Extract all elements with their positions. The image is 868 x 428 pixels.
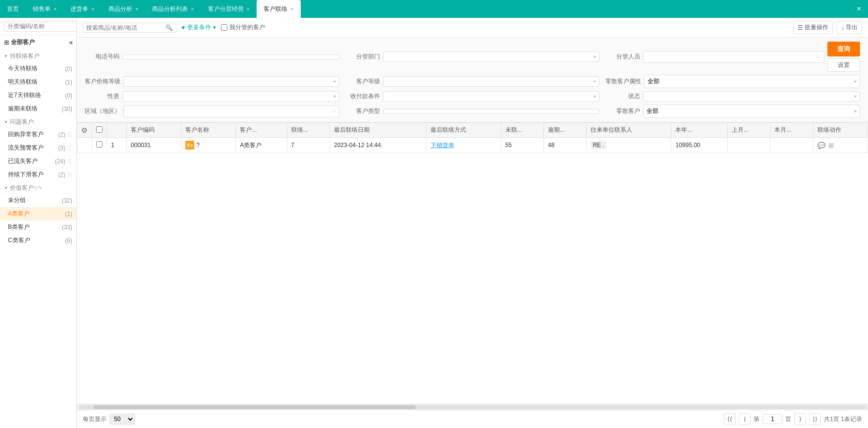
batch-op-btn[interactable]: ☰ 批量操作 xyxy=(793,21,833,34)
sidebar-item-class-b[interactable]: B类客户 (33) xyxy=(0,220,76,234)
th-last-method[interactable]: 最后联络方式 xyxy=(426,123,501,138)
payment-select[interactable]: ▾ xyxy=(383,91,600,102)
tab-customer-contact[interactable]: 客户联络 × xyxy=(257,0,300,18)
value-customers-title[interactable]: ▼ 价值客户 ↻ ✎ xyxy=(0,181,76,194)
sidebar-item-churned[interactable]: 已流失客户 (24) ⓘ xyxy=(0,155,76,168)
th-name[interactable]: 客户名称 xyxy=(181,123,236,138)
cell-checkbox[interactable] xyxy=(92,138,107,153)
th-no-contact[interactable]: 未联... xyxy=(501,123,543,138)
sidebar-item-overdue[interactable]: 逾期未联络 (30) xyxy=(0,102,76,115)
tab-sales[interactable]: 销售单 × xyxy=(26,0,63,18)
th-this-month[interactable]: 本月... xyxy=(770,123,813,138)
sidebar-all-customers: ⊞ 全部客户 ◀ xyxy=(0,35,76,50)
region-input[interactable]: ··· xyxy=(123,106,339,117)
close-customer-segment-icon[interactable]: × xyxy=(247,6,250,12)
sidebar-item-class-a[interactable]: A类客户 (1) xyxy=(0,207,76,220)
query-button[interactable]: 查询 xyxy=(827,42,860,56)
sidebar-search-input[interactable] xyxy=(4,21,77,32)
customer-type-input[interactable] xyxy=(383,109,600,114)
last-method-link[interactable]: 下销货单 xyxy=(431,142,454,149)
edit-icon[interactable]: ✎ xyxy=(38,185,43,191)
sidebar-item-tomorrow[interactable]: 明天待联络 (1) xyxy=(0,75,76,89)
cell-name[interactable]: Ea ? xyxy=(181,138,236,153)
window-close-button[interactable]: × xyxy=(850,0,868,18)
cell-code[interactable]: 000031 xyxy=(127,138,181,153)
sidebar-item-class-c[interactable]: C类客户 (6) xyxy=(0,234,76,247)
payment-label: 收付款条件 xyxy=(345,92,380,101)
triangle-icon: ▼ xyxy=(4,54,8,58)
refresh-icon[interactable]: ↻ xyxy=(34,185,38,191)
setting-button[interactable]: 设置 xyxy=(827,58,860,72)
th-settings[interactable]: ⚙ xyxy=(77,123,92,138)
scroll-thumb[interactable] xyxy=(94,405,416,409)
main-search-icon[interactable]: 🔍 xyxy=(165,24,173,31)
close-customer-contact-icon[interactable]: × xyxy=(290,6,293,12)
th-checkbox[interactable] xyxy=(92,123,107,138)
th-overdue[interactable]: 逾期... xyxy=(544,123,587,138)
sidebar-search-container: 🔍 xyxy=(0,18,76,35)
close-sales-icon[interactable]: × xyxy=(54,6,56,12)
tab-goods-analysis-list[interactable]: 商品分析列表 × xyxy=(145,0,201,18)
collapse-icon[interactable]: ◀ xyxy=(68,40,72,45)
filter-row-3c: 状态 ▾ xyxy=(605,91,860,102)
chat-icon[interactable]: 💬 xyxy=(817,142,825,149)
close-goods-analysis-list-icon[interactable]: × xyxy=(191,6,194,12)
all-customers-header[interactable]: ⊞ 全部客户 ◀ xyxy=(0,35,76,50)
nature-select[interactable]: ▾ xyxy=(122,91,339,102)
th-this-year[interactable]: 本年... xyxy=(671,123,728,138)
last-page-btn[interactable]: ⟩⟩ xyxy=(809,413,821,425)
qr-icon[interactable]: ⊞ xyxy=(828,142,834,149)
filter-row-3a: 性质 ▾ xyxy=(85,91,339,102)
problem-customers-title[interactable]: ▼ 问题客户 xyxy=(0,115,76,128)
pagination: 每页显示 50 100 200 ⟨⟨ ⟨ 第 页 ⟩ ⟩⟩ 共1页 1条记录 xyxy=(77,410,868,428)
next-page-btn[interactable]: ⟩ xyxy=(794,413,806,425)
th-last-date[interactable]: 最后联络日期 xyxy=(329,123,426,138)
sidebar-item-today[interactable]: 今天待联络 (0) xyxy=(0,62,76,75)
search-container: 🔍 xyxy=(83,23,176,33)
close-goods-analysis-icon[interactable]: × xyxy=(135,6,138,12)
prev-page-btn[interactable]: ⟨ xyxy=(739,413,751,425)
person-input[interactable]: ··· xyxy=(643,51,824,63)
pending-contact-title[interactable]: ▼ 待联络客户 xyxy=(0,50,76,62)
close-purchase-icon[interactable]: × xyxy=(91,6,94,12)
th-code[interactable]: 客户编码 xyxy=(127,123,181,138)
sidebar-item-churn-warning[interactable]: 流失预警客户 (3) ⓘ xyxy=(0,141,76,155)
tab-goods-analysis[interactable]: 商品分析 × xyxy=(102,0,145,18)
main-search-input[interactable] xyxy=(86,24,165,31)
cell-last-method[interactable]: 下销货单 xyxy=(426,138,501,153)
gear-icon[interactable]: ⚙ xyxy=(81,126,88,134)
mine-filter[interactable]: 我分管的客户 xyxy=(221,23,265,32)
th-type[interactable]: 客户... xyxy=(236,123,287,138)
retail-customer-select[interactable]: 全部▾ xyxy=(643,105,860,118)
th-last-month[interactable]: 上月... xyxy=(728,123,770,138)
sidebar-item-declining[interactable]: 持续下滑客户 (2) ⓘ xyxy=(0,168,76,181)
sidebar-item-repurchase[interactable]: 回购异常客户 (2) ⓘ xyxy=(0,128,76,141)
mine-checkbox[interactable] xyxy=(221,24,227,31)
problem-customers-label: 问题客户 xyxy=(10,118,34,126)
phone-input[interactable] xyxy=(122,54,339,59)
status-select[interactable]: ▾ xyxy=(643,91,860,102)
horizontal-scrollbar[interactable] xyxy=(77,404,868,410)
tab-customer-segment[interactable]: 客户分层经营 × xyxy=(201,0,257,18)
sidebar-item-ungrouped[interactable]: 未分组 (32) xyxy=(0,194,76,207)
value-customers-group: ▼ 价值客户 ↻ ✎ 未分组 (32) A类客户 (1) B类客户 (33) C… xyxy=(0,181,76,247)
page-input[interactable] xyxy=(762,414,782,424)
per-page-select[interactable]: 50 100 200 xyxy=(109,414,135,425)
dept-select[interactable]: ▾ xyxy=(383,52,600,62)
first-page-btn[interactable]: ⟨⟨ xyxy=(724,413,736,425)
retail-attr-select[interactable]: 全部▾ xyxy=(644,75,860,88)
export-btn[interactable]: ↓ 导出 xyxy=(837,21,862,34)
tab-home[interactable]: 首页 xyxy=(0,0,26,18)
customer-level-select[interactable]: ▾ xyxy=(383,76,600,87)
more-filters-btn[interactable]: ▼ 更多条件 ▼ xyxy=(180,23,217,32)
row-checkbox[interactable] xyxy=(96,141,103,148)
sidebar-item-7days[interactable]: 近7天待联络 (0) xyxy=(0,89,76,102)
export-label: 导出 xyxy=(846,23,858,32)
price-level-select[interactable]: ▾ xyxy=(123,76,339,87)
select-all-checkbox[interactable] xyxy=(96,126,103,133)
th-action[interactable]: 联络动作 xyxy=(813,123,868,138)
th-company-contact[interactable]: 往来单位联系人 xyxy=(587,123,671,138)
tab-purchase[interactable]: 进货单 × xyxy=(63,0,101,18)
filter-row-4a: 区域（地区） ··· xyxy=(85,105,339,118)
th-contact[interactable]: 联络... xyxy=(287,123,329,138)
